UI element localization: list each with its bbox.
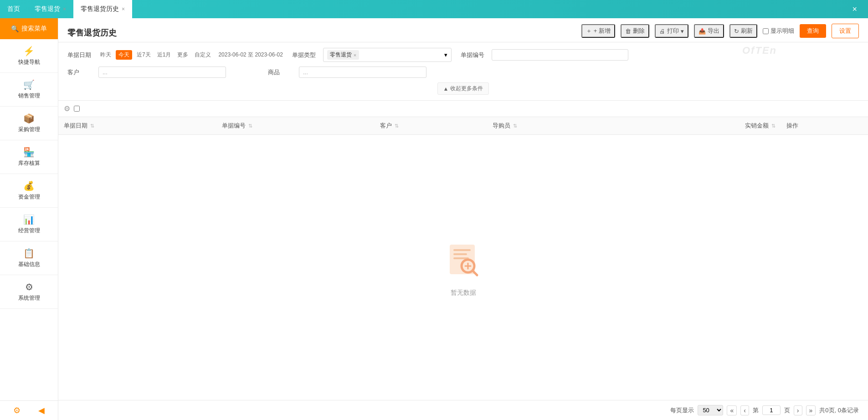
settings-icon[interactable]: ⚙ <box>13 405 21 415</box>
sidebar-item-system-mgmt[interactable]: ⚙系统管理 <box>0 275 58 309</box>
top-bar-right: × <box>848 5 868 14</box>
sidebar-item-purchase-mgmt[interactable]: 📦采购管理 <box>0 107 58 140</box>
col-date: 单据日期 ⇅ <box>58 117 216 135</box>
show-detail-label: 显示明细 <box>770 27 794 35</box>
collapse-label: 收起更多条件 <box>450 85 483 92</box>
voucher-input[interactable] <box>492 49 628 61</box>
show-detail-checkbox-label[interactable]: 显示明细 <box>763 27 794 35</box>
type-tag: 零售退货 × <box>327 50 359 60</box>
main-layout: 🔍 搜索菜单 ⚡快捷导航🛒销售管理📦采购管理🏪库存核算💰资金管理📊经营管理📋基础… <box>0 18 868 420</box>
refresh-icon: ↻ <box>734 28 739 35</box>
empty-state: 暂无数据 <box>58 135 868 400</box>
table-container: ⚙ 单据日期 ⇅ 单据编号 ⇅ 客户 <box>58 101 868 400</box>
type-tag-value: 零售退货 <box>330 51 352 59</box>
table-header: 单据日期 ⇅ 单据编号 ⇅ 客户 ⇅ 导购员 ⇅ <box>58 117 868 135</box>
empty-state-text: 暂无数据 <box>451 289 476 297</box>
export-icon: 📤 <box>699 28 706 35</box>
goods-filter-label: 商品 <box>268 68 295 77</box>
sidebar-item-label-operation-mgmt: 经营管理 <box>18 227 40 235</box>
date-opt-1month[interactable]: 近1月 <box>155 50 173 60</box>
sidebar-item-finance-mgmt[interactable]: 💰资金管理 <box>0 174 58 208</box>
show-detail-checkbox[interactable] <box>763 28 769 34</box>
top-bar: 首页零售退货×零售退货历史× × <box>0 0 868 18</box>
sidebar-item-label-system-mgmt: 系统管理 <box>18 294 40 302</box>
select-all-checkbox[interactable] <box>74 106 80 112</box>
page-unit: 页 <box>784 406 790 415</box>
new-icon: ＋ <box>586 27 592 35</box>
first-page-button[interactable]: « <box>727 405 737 415</box>
sales-mgmt-icon: 🛒 <box>23 79 35 90</box>
purchase-mgmt-icon: 📦 <box>23 113 35 124</box>
finance-mgmt-icon: 💰 <box>23 180 35 191</box>
table-gear-icon[interactable]: ⚙ <box>64 104 70 113</box>
new-button[interactable]: ＋ + 新增 <box>581 24 615 38</box>
sidebar-item-label-finance-mgmt: 资金管理 <box>18 193 40 201</box>
sidebar-item-label-inventory: 库存核算 <box>18 159 40 167</box>
tab-retail-return[interactable]: 零售退货× <box>27 0 73 18</box>
query-button[interactable]: 查询 <box>800 24 826 38</box>
svg-rect-2 <box>453 253 467 255</box>
sidebar-item-inventory[interactable]: 🏪库存核算 <box>0 140 58 174</box>
col-guide: 导购员 ⇅ <box>487 117 622 135</box>
customer-filter: 客户 <box>67 67 259 78</box>
page-title: 零售退货历史 <box>67 27 117 38</box>
sidebar-item-operation-mgmt[interactable]: 📊经营管理 <box>0 208 58 241</box>
sidebar-item-label-basic-info: 基础信息 <box>18 261 40 268</box>
filter-area: 单据日期 昨天 今天 近7天 近1月 更多 自定义 2023-06-02 至 2… <box>58 42 868 101</box>
page-size-select[interactable]: 50 10 20 100 <box>698 405 723 415</box>
next-page-button[interactable]: › <box>794 405 802 415</box>
search-icon: 🔍 <box>11 25 19 32</box>
window-close-button[interactable]: × <box>848 5 861 14</box>
sidebar-search-button[interactable]: 🔍 搜索菜单 <box>0 18 58 39</box>
sort-icon-number[interactable]: ⇅ <box>248 123 252 128</box>
voucher-filter-label: 单据编号 <box>461 51 488 59</box>
tab-list: 首页零售退货×零售退货历史× <box>0 0 848 18</box>
delete-button[interactable]: 🗑 删除 <box>621 24 649 38</box>
date-opt-7days[interactable]: 近7天 <box>135 50 153 60</box>
collapse-icon: ▲ <box>443 86 449 92</box>
sidebar-item-basic-info[interactable]: 📋基础信息 <box>0 241 58 275</box>
tab-home[interactable]: 首页 <box>0 0 27 18</box>
tab-label-retail-return: 零售退货 <box>35 5 60 13</box>
prev-page-button[interactable]: ‹ <box>740 405 749 415</box>
sort-icon-date[interactable]: ⇅ <box>90 123 94 128</box>
refresh-button[interactable]: ↻ 刷新 <box>729 24 757 38</box>
date-opt-custom[interactable]: 自定义 <box>193 50 213 60</box>
type-tag-close[interactable]: × <box>354 52 356 58</box>
date-opt-yesterday[interactable]: 昨天 <box>98 50 113 60</box>
sidebar-item-sales-mgmt[interactable]: 🛒销售管理 <box>0 73 58 107</box>
settings-button[interactable]: 设置 <box>832 24 859 38</box>
tab-close-retail-return-history[interactable]: × <box>122 6 125 12</box>
tab-label-retail-return-history: 零售退货历史 <box>81 5 119 13</box>
last-page-button[interactable]: » <box>806 405 816 415</box>
export-button[interactable]: 📤 导出 <box>694 24 724 38</box>
date-options: 昨天 今天 近7天 近1月 更多 自定义 <box>98 50 213 60</box>
print-button[interactable]: 🖨 打印 ▾ <box>655 24 688 38</box>
page-label: 第 <box>753 406 759 415</box>
date-opt-more[interactable]: 更多 <box>175 50 190 60</box>
type-filter: 单据类型 零售退货 × ▾ <box>292 48 452 62</box>
page-number-input[interactable] <box>762 405 781 415</box>
collapse-row: ▲ 收起更多条件 <box>67 82 859 95</box>
data-table: 单据日期 ⇅ 单据编号 ⇅ 客户 ⇅ 导购员 ⇅ <box>58 117 868 135</box>
sidebar-item-label-sales-mgmt: 销售管理 <box>18 92 40 100</box>
goods-input[interactable] <box>299 67 426 78</box>
page-size-label: 每页显示 <box>670 406 694 415</box>
tab-close-retail-return[interactable]: × <box>63 6 66 12</box>
sidebar-item-quick-nav[interactable]: ⚡快捷导航 <box>0 39 58 73</box>
sort-icon-amount[interactable]: ⇅ <box>771 123 776 128</box>
system-mgmt-icon: ⚙ <box>25 282 33 292</box>
sort-icon-customer[interactable]: ⇅ <box>395 123 399 128</box>
customer-input[interactable] <box>98 67 226 78</box>
goods-filter: 商品 <box>268 67 859 78</box>
empty-state-icon <box>441 238 486 283</box>
type-select[interactable]: 零售退货 × ▾ <box>323 48 452 62</box>
date-range-display: 2023-06-02 至 2023-06-02 <box>218 51 282 59</box>
sort-icon-guide[interactable]: ⇅ <box>513 123 517 128</box>
sidebar-item-label-purchase-mgmt: 采购管理 <box>18 126 40 133</box>
date-opt-today[interactable]: 今天 <box>116 50 132 60</box>
svg-rect-1 <box>453 249 471 251</box>
tab-retail-return-history[interactable]: 零售退货历史× <box>73 0 132 18</box>
collapse-button[interactable]: ▲ 收起更多条件 <box>437 82 489 95</box>
collapse-sidebar-icon[interactable]: ◀ <box>38 405 45 415</box>
